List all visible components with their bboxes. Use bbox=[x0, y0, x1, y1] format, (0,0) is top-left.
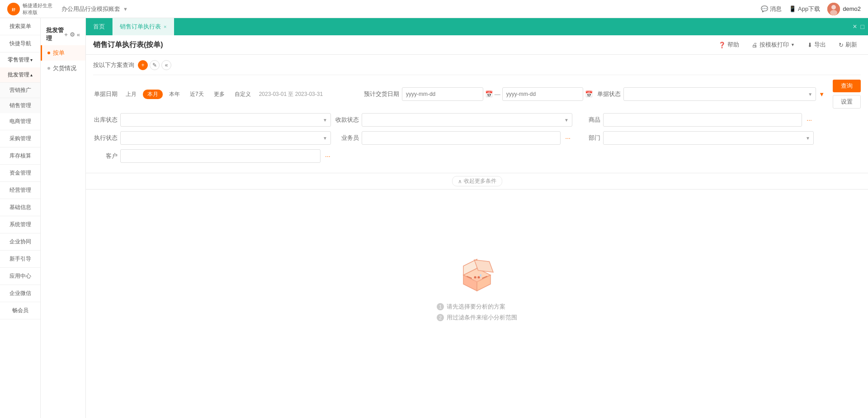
exec-status-select[interactable] bbox=[120, 131, 331, 145]
refresh-icon: ↻ bbox=[839, 42, 844, 48]
user-area[interactable]: demo2 bbox=[827, 3, 861, 15]
filter-cell-salesperson: 业务员 ··· bbox=[335, 131, 572, 145]
add-scheme-btn[interactable]: + bbox=[138, 60, 148, 70]
avatar bbox=[827, 3, 840, 15]
predict-date-from[interactable] bbox=[402, 87, 483, 101]
query-button[interactable]: 查询 bbox=[833, 80, 861, 92]
logo-icon: 好 bbox=[7, 3, 20, 15]
tab-bar: 首页 销售订单执行表 × × □ bbox=[86, 18, 868, 35]
empty-hint-2: 2 用过滤条件来缩小分析范围 bbox=[437, 314, 517, 322]
sidebar-item-wechat[interactable]: 企业微信 bbox=[0, 285, 40, 302]
filter-cell-payment: 收款状态 bbox=[335, 113, 572, 127]
date-tab-custom[interactable]: 自定义 bbox=[231, 90, 255, 99]
collapse-scheme-btn[interactable]: « bbox=[161, 60, 171, 70]
salesperson-more-icon[interactable]: ··· bbox=[563, 134, 572, 142]
refresh-button[interactable]: ↻ 刷新 bbox=[835, 39, 861, 51]
settings-button[interactable]: 设置 bbox=[833, 95, 861, 109]
active-dot bbox=[47, 52, 50, 54]
delivery-status-select[interactable] bbox=[120, 113, 331, 127]
svg-text:好: 好 bbox=[11, 8, 16, 12]
sidebar-item-app-center[interactable]: 应用中心 bbox=[0, 268, 40, 285]
svg-point-4 bbox=[830, 10, 837, 15]
calendar-icon: 📅 bbox=[485, 90, 493, 98]
tab-bar-right: × □ bbox=[853, 23, 868, 31]
edit-scheme-button[interactable]: ⚙ bbox=[70, 31, 75, 38]
collapse-bar: ∧ 收起更多条件 bbox=[86, 173, 868, 190]
left-panel-item-press-order[interactable]: 按单 bbox=[41, 45, 85, 61]
user-name: demo2 bbox=[843, 5, 861, 12]
app-download-button[interactable]: 📱 App下载 bbox=[789, 5, 820, 13]
sidebar-item-newbie[interactable]: 新手引导 bbox=[0, 251, 40, 268]
predict-date-to[interactable] bbox=[502, 87, 584, 101]
sidebar-item-enterprise[interactable]: 企业协同 bbox=[0, 233, 40, 251]
tab-home[interactable]: 首页 bbox=[86, 18, 113, 35]
breadcrumb[interactable]: 办公用品行业模拟账套 ▼ bbox=[61, 5, 128, 13]
sidebar-item-operation[interactable]: 经营管理 bbox=[0, 182, 40, 199]
goods-input[interactable] bbox=[603, 113, 802, 127]
empty-illustration bbox=[454, 250, 500, 295]
download-icon: 📱 bbox=[789, 5, 796, 12]
date-tabs: 上月 本月 本年 近7天 更多 自定义 bbox=[122, 90, 255, 99]
sidebar-item-quick-nav[interactable]: 快捷导航 bbox=[0, 35, 40, 52]
date-tab-current-month[interactable]: 本月 bbox=[143, 90, 163, 99]
calendar-icon-2: 📅 bbox=[585, 90, 593, 98]
sidebar-item-finance[interactable]: 资金管理 bbox=[0, 165, 40, 182]
collapse-more-button[interactable]: ∧ 收起更多条件 bbox=[452, 176, 502, 186]
status-dropdown-wrapper bbox=[623, 87, 816, 101]
close-tab-icon[interactable]: × bbox=[164, 24, 166, 29]
message-button[interactable]: 💬 消息 bbox=[761, 5, 782, 13]
hint-number-2: 2 bbox=[437, 314, 444, 321]
scheme-actions: + ✎ « bbox=[138, 60, 171, 70]
add-scheme-button[interactable]: + bbox=[64, 31, 68, 38]
goods-more-icon[interactable]: ··· bbox=[805, 116, 814, 124]
export-button[interactable]: ⬇ 导出 bbox=[804, 39, 830, 51]
sidebar-item-system[interactable]: 系统管理 bbox=[0, 216, 40, 233]
collapse-panel-button[interactable]: « bbox=[77, 31, 80, 38]
sidebar-item-marketing[interactable]: 营销推广 bbox=[0, 82, 40, 98]
date-tab-more[interactable]: 更多 bbox=[210, 90, 228, 99]
scheme-bar: 按以下方案查询 + ✎ « bbox=[93, 60, 861, 75]
filter-cell-status: 单据状态 ▼ bbox=[596, 87, 826, 101]
sidebar-item-member[interactable]: 畅会员 bbox=[0, 302, 40, 319]
sidebar-item-sales[interactable]: 销售管理 bbox=[0, 98, 40, 113]
payment-status-select[interactable] bbox=[362, 113, 572, 127]
date-tab-last-month[interactable]: 上月 bbox=[122, 90, 140, 99]
sidebar: 搜索菜单 快捷导航 零售管理 ▾ 批发管理 ▴ 营销推广 销售管理 电商管理 bbox=[0, 18, 41, 418]
delivery-select-wrapper bbox=[120, 113, 331, 127]
page-title: 销售订单执行表(按单) bbox=[93, 40, 163, 50]
sidebar-item-inventory[interactable]: 库存核算 bbox=[0, 147, 40, 165]
maximize-window-icon[interactable]: □ bbox=[861, 23, 864, 30]
sidebar-item-search-menu[interactable]: 搜索菜单 bbox=[0, 18, 40, 35]
filter-cell-delivery: 出库状态 bbox=[93, 113, 331, 127]
sidebar-item-retail[interactable]: 零售管理 ▾ bbox=[0, 52, 40, 67]
customer-more-icon[interactable]: ··· bbox=[323, 152, 332, 160]
hint-number-1: 1 bbox=[437, 303, 444, 310]
message-icon: 💬 bbox=[761, 5, 768, 12]
date-tab-year[interactable]: 本年 bbox=[165, 90, 184, 99]
sidebar-item-wholesale[interactable]: 批发管理 ▴ bbox=[0, 67, 40, 82]
edit-scheme-btn[interactable]: ✎ bbox=[150, 60, 160, 70]
action-col: 查询 设置 bbox=[829, 80, 861, 109]
sidebar-item-ecommerce[interactable]: 电商管理 bbox=[0, 113, 40, 130]
help-button[interactable]: ❓ 帮助 bbox=[715, 39, 743, 51]
sidebar-item-purchase[interactable]: 采购管理 bbox=[0, 130, 40, 147]
sidebar-item-basic[interactable]: 基础信息 bbox=[0, 199, 40, 216]
filter-area: 按以下方案查询 + ✎ « 单据日期 上月 本月 本年 近7天 bbox=[86, 55, 868, 173]
main-layout: 搜索菜单 快捷导航 零售管理 ▾ 批发管理 ▴ 营销推广 销售管理 电商管理 bbox=[0, 18, 868, 418]
header-left: 好 畅捷通好生意 标准版 办公用品行业模拟账套 ▼ bbox=[7, 2, 128, 15]
close-window-icon[interactable]: × bbox=[853, 23, 857, 31]
date-tab-7days[interactable]: 近7天 bbox=[186, 90, 208, 99]
left-panel-item-owe-goods[interactable]: 欠货情况 bbox=[41, 61, 85, 76]
customer-input[interactable] bbox=[120, 149, 321, 163]
salesperson-input[interactable] bbox=[362, 131, 561, 145]
svg-point-12 bbox=[478, 276, 480, 278]
status-select[interactable] bbox=[623, 87, 816, 101]
print-button[interactable]: 🖨 按模板打印 bbox=[748, 39, 798, 51]
help-icon: ❓ bbox=[718, 42, 726, 48]
breadcrumb-text: 办公用品行业模拟账套 bbox=[61, 5, 120, 13]
tab-sales-order[interactable]: 销售订单执行表 × bbox=[113, 18, 174, 35]
filter-cell-exec-status: 执行状态 bbox=[93, 131, 331, 145]
dept-select[interactable] bbox=[603, 131, 814, 145]
left-panel-title: 批发管理 + ⚙ « bbox=[41, 22, 85, 45]
logo-area: 好 畅捷通好生意 标准版 bbox=[7, 2, 52, 15]
